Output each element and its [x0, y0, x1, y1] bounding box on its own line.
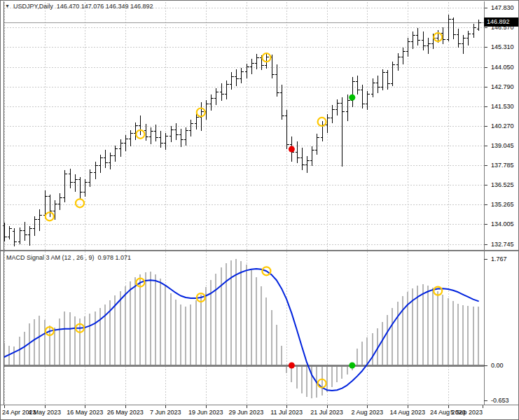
price-tick-label: 141.530 — [491, 103, 514, 110]
ohlc-bar — [189, 120, 193, 137]
ohlc-bar — [38, 209, 42, 230]
price-tick-label: 139.045 — [491, 142, 514, 149]
ohlc-bar — [104, 150, 108, 168]
price-tick-label: 137.785 — [491, 162, 514, 169]
ohlc-bar — [230, 72, 234, 90]
date-tick-label: 4 May 2023 — [28, 409, 61, 416]
current-price-tag: 146.892 — [484, 18, 519, 27]
title-ohlc-values: 146.470 147.076 146.349 146.892 — [57, 3, 153, 10]
ohlc-bar — [119, 139, 123, 158]
buy-dot-marker — [349, 363, 355, 369]
date-tick-label: 21 Jul 2023 — [310, 409, 343, 416]
signal-circle-marker — [76, 199, 84, 207]
ohlc-bar — [154, 125, 158, 141]
ohlc-bar — [159, 131, 163, 148]
ohlc-bar — [164, 133, 168, 150]
pane-separator — [1, 250, 519, 251]
ohlc-bar — [427, 38, 431, 53]
ohlc-bar — [422, 31, 426, 50]
ohlc-bar — [149, 127, 153, 145]
ohlc-bar — [376, 76, 380, 93]
ohlc-bar — [331, 105, 335, 123]
ohlc-bar — [209, 94, 214, 111]
ohlc-bar — [139, 115, 143, 135]
chart-canvas[interactable] — [1, 1, 519, 420]
ohlc-bar — [406, 38, 410, 57]
ohlc-bar — [124, 135, 128, 152]
ohlc-bar — [13, 228, 17, 246]
time-scale[interactable]: 24 Apr 20234 May 202316 May 202326 May 2… — [1, 405, 519, 420]
signal-circle-marker — [46, 212, 54, 220]
ohlc-bar — [371, 78, 375, 97]
symbol-dropdown-icon[interactable]: ▼ — [5, 3, 10, 10]
ohlc-bar — [366, 91, 370, 110]
ohlc-bar — [74, 174, 78, 192]
ohlc-bar — [235, 69, 239, 86]
ohlc-bar — [361, 85, 365, 108]
ohlc-bar — [381, 69, 385, 90]
current-price-value: 146.892 — [487, 18, 510, 25]
ohlc-bar — [255, 54, 259, 69]
ohlc-bar — [58, 193, 62, 211]
ohlc-bar — [386, 70, 390, 90]
ohlc-bar — [33, 216, 37, 236]
ohlc-bar — [285, 110, 289, 149]
price-tick-label: 142.790 — [491, 83, 514, 90]
ohlc-bar — [240, 68, 244, 83]
ohlc-bar — [310, 146, 314, 166]
ohlc-bar — [3, 223, 7, 241]
sell-dot-marker — [289, 146, 295, 153]
buy-dot-marker — [349, 94, 355, 101]
ohlc-bar — [351, 77, 355, 107]
ohlc-bar — [401, 48, 406, 65]
ohlc-bar — [214, 88, 219, 106]
ohlc-bar — [169, 126, 174, 143]
ohlc-bar — [88, 169, 92, 187]
ohlc-bar — [300, 148, 305, 170]
ohlc-bar — [225, 80, 229, 99]
ohlc-bar — [477, 20, 481, 31]
ohlc-bar — [356, 76, 360, 94]
ohlc-bar — [275, 64, 279, 97]
ohlc-bar — [179, 129, 184, 147]
ohlc-bar — [109, 153, 113, 170]
ohlc-bar — [113, 146, 118, 162]
price-tick-label: 144.050 — [491, 64, 514, 71]
symbol-title: USDJPY,Daily — [13, 3, 53, 10]
date-tick-label: 11 Jul 2023 — [270, 409, 303, 416]
price-tick-label: 136.525 — [491, 181, 514, 188]
ohlc-bar — [340, 97, 345, 167]
price-tick-label: 140.270 — [491, 122, 514, 130]
price-tick-label: 145.310 — [491, 43, 514, 50]
ohlc-bar — [23, 222, 27, 241]
date-tick-label: 7 Jun 2023 — [150, 409, 181, 416]
macd-tick-label: 0.00 — [491, 362, 504, 369]
ohlc-bar — [315, 134, 319, 155]
ohlc-bar — [83, 179, 88, 197]
ohlc-bar — [220, 83, 224, 101]
ohlc-bar — [466, 31, 471, 46]
indicator-values: 0.978 1.071 — [98, 254, 132, 261]
ohlc-bar — [396, 53, 401, 71]
macd-scale[interactable]: 1.7670.00-0.653 — [484, 251, 519, 405]
ohlc-bar — [335, 99, 340, 116]
date-tick-label: 26 May 2023 — [107, 409, 144, 416]
ohlc-bar — [305, 156, 310, 173]
macd-tick-label: 1.767 — [491, 255, 507, 262]
ohlc-bar — [245, 64, 249, 78]
ohlc-bar — [280, 85, 284, 119]
chart-window: ▼ USDJPY,Daily 146.470 147.076 146.349 1… — [0, 0, 519, 420]
ohlc-bar — [78, 177, 83, 199]
price-tick-label: 147.830 — [491, 4, 514, 11]
ohlc-bar — [129, 130, 133, 146]
date-tick-label: 14 Aug 2023 — [390, 409, 426, 416]
macd-tick-label: -0.653 — [491, 397, 509, 404]
price-tick-label: 132.745 — [491, 241, 514, 248]
date-tick-label: 29 Jun 2023 — [229, 409, 264, 416]
price-tick-label: 134.005 — [491, 220, 514, 227]
ohlc-bar — [18, 227, 22, 244]
ohlc-bar — [457, 29, 461, 48]
ohlc-bar — [94, 162, 98, 179]
ohlc-bar — [411, 31, 415, 49]
sell-dot-marker — [289, 363, 295, 369]
